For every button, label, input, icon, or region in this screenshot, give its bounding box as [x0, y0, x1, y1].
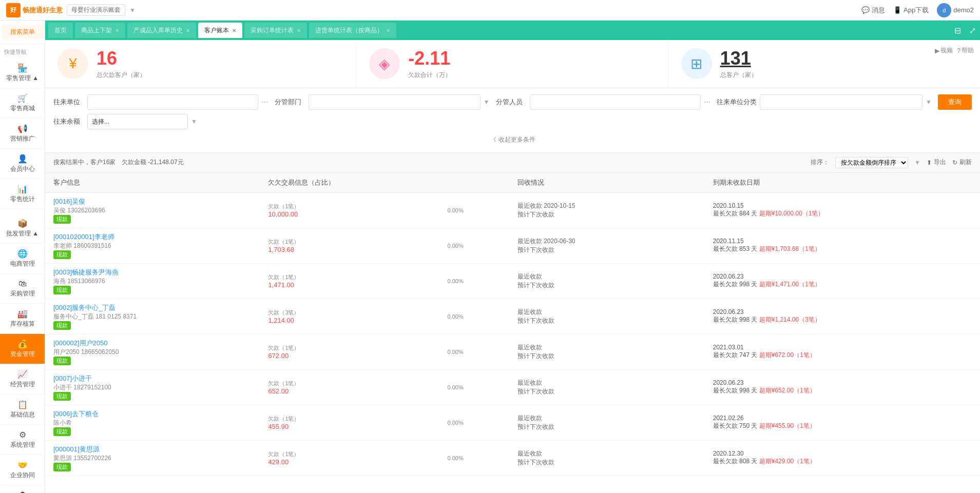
collapse-tabs-icon[interactable]: ⊟ — [952, 26, 963, 35]
customer-code-link[interactable]: [000002]用户2050 — [53, 339, 108, 347]
sidebar-item-retail-store[interactable]: 🛒 零售商城 — [0, 88, 45, 119]
message-btn[interactable]: 💬 消息 — [861, 6, 885, 15]
tab-home[interactable]: 首页 — [48, 23, 73, 38]
owe-amount[interactable]: 429.00 — [268, 458, 431, 466]
supplier-dots[interactable]: ··· — [261, 97, 268, 107]
owe-percent: 0.00% — [448, 455, 464, 461]
person-input[interactable] — [530, 94, 701, 110]
tab-purchase-order[interactable]: 采购订单统计表 ✕ — [244, 23, 307, 38]
refresh-btn[interactable]: ↻ 刷新 — [952, 158, 972, 167]
tab-product-listing[interactable]: 商品上下架 ✕ — [75, 23, 125, 38]
owe-amount[interactable]: 1,703.68 — [268, 246, 431, 253]
balance-select[interactable]: 选择... — [87, 114, 188, 129]
sidebar-item-marketing[interactable]: 📢 营销推广 — [0, 119, 45, 149]
owe-amount[interactable]: 672.00 — [268, 352, 431, 360]
export-btn[interactable]: ⬆ 导出 — [927, 158, 946, 167]
store-arrow[interactable]: ▼ — [129, 7, 136, 14]
owe-amount[interactable]: 652.00 — [268, 387, 431, 395]
tab-product-listing-close[interactable]: ✕ — [115, 28, 119, 33]
video-btn[interactable]: ▶ 视频 — [935, 46, 953, 55]
sidebar-item-finance[interactable]: 💰 资金管理 — [0, 334, 45, 364]
filter-person: 分管人员 ··· — [496, 94, 711, 110]
tab-purchase-order-close[interactable]: ✕ — [297, 28, 301, 33]
customer-code-link[interactable]: [0001020001]李老师 — [53, 233, 114, 241]
due-date: 2021.02.26 — [713, 415, 972, 422]
cell-due: 2020.06.23 最长欠款 998 天 超期¥1,471.00（1笔） — [705, 263, 980, 299]
owe-amount[interactable]: 1,471.00 — [268, 281, 431, 289]
overdue-link[interactable]: 超期¥672.00（1笔） — [759, 351, 816, 359]
overdue-days: 最长欠款 884 天 — [713, 210, 759, 217]
app-download-btn[interactable]: 📱 App下载 — [893, 6, 929, 15]
overdue-link[interactable]: 超期¥455.90（1笔） — [759, 422, 816, 429]
category-input[interactable] — [760, 94, 923, 110]
supplier-input[interactable] — [87, 94, 258, 110]
customer-code-link[interactable]: [0003]畅捷服务尹海燕 — [53, 268, 119, 276]
tab-import-stats-close[interactable]: ✕ — [386, 28, 390, 33]
filter-toggle[interactable]: 《 收起更多条件 — [53, 133, 972, 146]
cell-percent: 0.00% — [439, 440, 509, 476]
search-btn[interactable]: 查询 — [938, 94, 972, 110]
category-chevron[interactable]: ▼ — [926, 98, 932, 106]
owe-amount[interactable]: 10,000.00 — [268, 210, 431, 218]
sidebar-item-enterprise-coop[interactable]: 🤝 企业协同 — [0, 455, 45, 485]
overdue-link[interactable]: 超期¥652.00（1笔） — [759, 387, 816, 394]
customer-code-link[interactable]: [0007]小进干 — [53, 374, 92, 382]
overdue-info: 最长欠款 853 天 超期¥1,703.68（1笔） — [713, 245, 972, 253]
owe-amount[interactable]: 1,214.00 — [268, 317, 431, 324]
help-label: 帮助 — [962, 46, 974, 55]
sidebar-item-member[interactable]: 👤 会员中心 — [0, 149, 45, 179]
balance-chevron[interactable]: ▼ — [191, 118, 197, 125]
customer-code-link[interactable]: [0016]吴俊 — [53, 198, 85, 205]
overdue-link[interactable]: 超期¥429.00（1笔） — [759, 458, 816, 465]
tab-product-history[interactable]: 产成品入库单历史 ✕ — [127, 23, 196, 38]
col-owe-percent — [439, 173, 509, 193]
cell-due: 2020.10.15 最长欠款 884 天 超期¥10,000.00（1笔） — [705, 192, 980, 228]
sidebar-item-ecommerce[interactable]: 🌐 电商管理 — [0, 244, 45, 274]
customer-code-link[interactable]: [0006]去下粮仓 — [53, 410, 99, 418]
sidebar-item-system[interactable]: ⚙ 系统管理 — [0, 425, 45, 455]
customer-code-link[interactable]: [000001]黄思源 — [53, 445, 100, 453]
sidebar-item-newbie[interactable]: 🎓 新手引导 — [0, 485, 45, 493]
cell-empty — [669, 299, 705, 334]
owe-count: 欠款（3笔） — [268, 309, 431, 317]
user-area[interactable]: d demo2 — [937, 3, 974, 17]
customer-code-link[interactable]: [0002]服务中心_丁磊 — [53, 304, 116, 311]
tab-customer-account-close[interactable]: ✕ — [232, 28, 236, 33]
sort-select[interactable]: 按欠款金额倒序排序 — [835, 157, 908, 168]
cell-owe: 欠款（1笔） 10,000.00 — [260, 192, 439, 228]
sidebar-item-retail-mgmt[interactable]: 🏪 零售管理 ▲ — [0, 58, 45, 88]
tab-customer-account[interactable]: 客户账本 ✕ — [198, 23, 242, 38]
tab-product-history-close[interactable]: ✕ — [186, 28, 190, 33]
sidebar-item-batch-mgmt[interactable]: 📦 批发管理 ▲ — [0, 213, 45, 244]
results-text-1: 搜索结果中，客户16家 — [53, 159, 116, 166]
main-table: 客户信息 欠欠交易信息（占比） 回收情况 到期未收款日期 [0016]吴俊 吴俊… — [45, 173, 980, 476]
dept-chevron[interactable]: ▼ — [484, 98, 490, 106]
due-date: 2020.06.23 — [713, 379, 972, 386]
dept-input[interactable] — [309, 94, 481, 110]
next-payment: 预计下次收款 — [517, 387, 661, 396]
sidebar-item-inventory[interactable]: 🏭 库存核算 — [0, 304, 45, 334]
help-btn[interactable]: ? 帮助 — [957, 46, 974, 55]
owe-percent: 0.00% — [448, 349, 464, 355]
overdue-link[interactable]: 超期¥1,703.68（1笔） — [759, 245, 821, 252]
person-dots[interactable]: ··· — [704, 97, 710, 107]
store-name[interactable]: 母婴行业演示账套 — [67, 4, 125, 16]
cell-collection: 最近收款 预计下次收款 — [509, 405, 669, 440]
sidebar-item-operation[interactable]: 📈 经营管理 — [0, 364, 45, 395]
sidebar-item-label: 资金管理 — [2, 350, 43, 359]
maximize-icon[interactable]: ⤢ — [967, 26, 978, 35]
overdue-link[interactable]: 超期¥1,214.00（3笔） — [759, 316, 821, 323]
search-menu-btn[interactable]: 搜索菜单 — [2, 25, 43, 40]
tab-import-stats[interactable]: 进货单统计表（按商品） ✕ — [309, 23, 396, 38]
sidebar-item-retail-stats[interactable]: 📊 零售统计 — [0, 179, 45, 209]
cell-percent: 0.00% — [439, 369, 509, 405]
sidebar-item-purchase[interactable]: 🛍 采购管理 — [0, 274, 45, 304]
overdue-link[interactable]: 超期¥1,471.00（1笔） — [759, 281, 821, 288]
owe-amount[interactable]: 455.90 — [268, 423, 431, 430]
supplier-label: 往来单位 — [53, 97, 84, 107]
sidebar-item-basic-info[interactable]: 📋 基础信息 — [0, 395, 45, 425]
tab-purchase-order-label: 采购订单统计表 — [251, 26, 294, 35]
overdue-link[interactable]: 超期¥10,000.00（1笔） — [759, 210, 824, 217]
marketing-icon: 📢 — [2, 124, 43, 133]
sort-chevron[interactable]: ▼ — [914, 159, 920, 166]
